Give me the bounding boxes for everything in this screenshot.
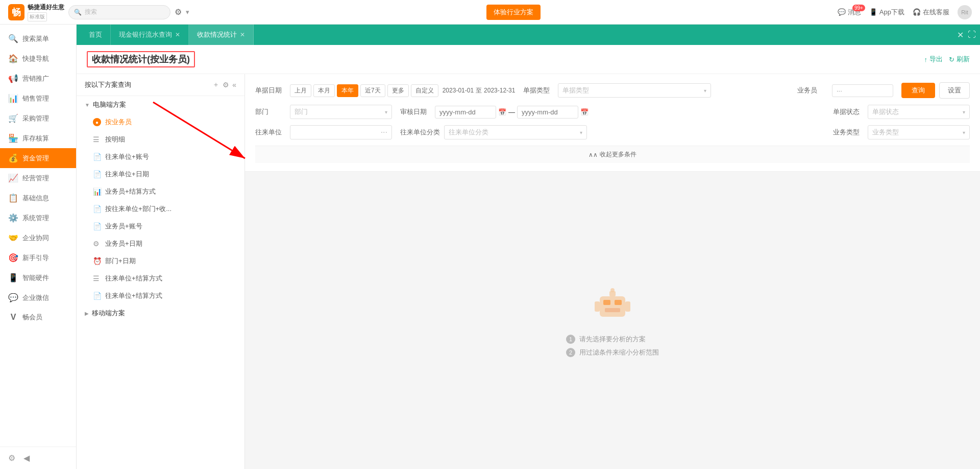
unit-settlement2-icon: 📄 xyxy=(93,292,101,300)
settings-button[interactable]: 设置 xyxy=(939,82,970,99)
trial-button[interactable]: 体验行业方案 xyxy=(486,5,541,20)
sidebar-item-member[interactable]: V 畅会员 xyxy=(0,308,76,327)
category-label: 往来单位分类 xyxy=(400,128,440,137)
collapse-bar[interactable]: ∧∧ 收起更多条件 xyxy=(255,146,970,163)
scheme-item-unit-account[interactable]: 📄 往来单位+账号 xyxy=(77,148,244,166)
sidebar-label-enterprise: 企业协同 xyxy=(22,233,49,243)
sidebar-item-inventory[interactable]: 🏪 库存核算 xyxy=(0,128,76,148)
sidebar-item-enterprise[interactable]: 🤝 企业协同 xyxy=(0,228,76,248)
dept-select[interactable]: 部门 ▾ xyxy=(290,105,392,119)
sidebar-menu: 🔍 搜索菜单 🏠 快捷导航 📢 营销推广 📊 销售管理 🛒 采购管理 🏪 xyxy=(0,25,76,447)
sidebar-label-purchase: 采购管理 xyxy=(22,114,49,123)
tab-bar-right: ✕ ⛶ xyxy=(957,30,976,40)
business-type-placeholder: 业务类型 xyxy=(872,128,899,137)
date-btn-this-month[interactable]: 本月 xyxy=(313,84,335,97)
scheme-group-mobile: ▶ 移动端方案 xyxy=(77,304,244,322)
date-btn-last-month[interactable]: 上月 xyxy=(290,84,311,97)
scheme-item-dept-date[interactable]: ⏰ 部门+日期 xyxy=(77,252,244,270)
counterparty-dots[interactable]: ··· xyxy=(381,128,387,137)
scheme-item-salesperson-settlement[interactable]: 📊 业务员+结算方式 xyxy=(77,183,244,200)
sidebar-label-member: 畅会员 xyxy=(22,313,42,322)
sidebar-item-marketing[interactable]: 📢 营销推广 xyxy=(0,68,76,88)
salesperson-input[interactable]: ··· xyxy=(832,84,893,97)
doc-status-select[interactable]: 单据状态 ▾ xyxy=(868,105,970,119)
salesperson-input-area: ··· xyxy=(832,84,893,97)
calendar-from-icon[interactable]: 📅 xyxy=(498,108,506,116)
refresh-button[interactable]: ↻ 刷新 xyxy=(949,55,970,64)
online-service-btn[interactable]: 🎧 在线客服 xyxy=(913,8,949,17)
tab-bank-flow-close[interactable]: ✕ xyxy=(175,31,180,38)
scheme-item-unit-settlement1[interactable]: ☰ 往来单位+结算方式 xyxy=(77,270,244,287)
doc-type-select[interactable]: 单据类型 ▾ xyxy=(558,83,711,98)
salesperson-label: 业务员 xyxy=(797,86,828,95)
collapse-bottom-icon[interactable]: ◀ xyxy=(23,453,30,463)
scheme-header-actions: ＋ ⚙ « xyxy=(212,80,236,89)
scheme-item-by-detail[interactable]: ☰ 按明细 xyxy=(77,131,244,148)
body-area: 按以下方案查询 ＋ ⚙ « ▼ 电脑端方案 xyxy=(77,74,980,469)
sidebar-item-operations[interactable]: 📈 经营管理 xyxy=(0,168,76,188)
tab-maximize-icon[interactable]: ⛶ xyxy=(968,30,976,39)
filter-row-1: 单据日期 上月 本月 本年 近7天 更多 自定义 xyxy=(255,82,970,99)
scheme-group-mobile-header[interactable]: ▶ 移动端方案 xyxy=(77,304,244,322)
sidebar-item-quick-nav[interactable]: 🏠 快捷导航 xyxy=(0,49,76,68)
scheme-group-pc: ▼ 电脑端方案 ● 按业务员 ☰ 按明细 📄 xyxy=(77,96,244,304)
tab-receipt-stats-close[interactable]: ✕ xyxy=(240,31,245,38)
header-dropdown-icon[interactable]: ▾ xyxy=(186,8,189,16)
date-btn-more[interactable]: 更多 xyxy=(387,84,409,97)
tab-receipt-stats[interactable]: 收款情况统计 ✕ xyxy=(189,25,254,45)
category-select[interactable]: 往来单位分类 ▾ xyxy=(444,125,587,139)
sidebar-item-smart-hw[interactable]: 📱 智能硬件 xyxy=(0,268,76,288)
user-avatar[interactable]: Rit xyxy=(958,5,972,19)
settings-bottom-icon[interactable]: ⚙ xyxy=(8,453,15,463)
scheme-item-unit-date[interactable]: 📄 往来单位+日期 xyxy=(77,166,244,183)
tab-home[interactable]: 首页 xyxy=(81,25,111,45)
export-button[interactable]: ↑ 导出 xyxy=(924,55,943,64)
messages-btn[interactable]: 💬 消息 99+ xyxy=(838,8,861,17)
sidebar-item-purchase[interactable]: 🛒 采购管理 xyxy=(0,108,76,128)
date-btn-7days[interactable]: 近7天 xyxy=(360,84,385,97)
doc-status-arrow: ▾ xyxy=(963,109,965,115)
business-type-select[interactable]: 业务类型 ▾ xyxy=(868,125,970,139)
sidebar-label-smart-hw: 智能硬件 xyxy=(22,273,49,283)
sidebar-item-basic-info[interactable]: 📋 基础信息 xyxy=(0,188,76,208)
tab-bank-flow[interactable]: 现金银行流水查询 ✕ xyxy=(111,25,189,45)
scheme-item-salesperson-date[interactable]: ⚙ 业务员+日期 xyxy=(77,235,244,252)
collapse-label: 收起更多条件 xyxy=(600,150,636,159)
date-btn-this-year[interactable]: 本年 xyxy=(337,84,358,97)
scheme-item-unit-settlement2[interactable]: 📄 往来单位+结算方式 xyxy=(77,287,244,304)
scheme-item-by-salesperson[interactable]: ● 按业务员 xyxy=(77,113,244,131)
review-date-from-input[interactable] xyxy=(435,106,496,119)
app-label: App下载 xyxy=(879,8,904,17)
header-left: 畅 畅捷通好生意 标准版 🔍 搜索 ⚙ ▾ xyxy=(8,3,189,21)
sidebar-item-search-menu[interactable]: 🔍 搜索菜单 xyxy=(0,29,76,49)
pc-group-label: 电脑端方案 xyxy=(93,100,126,109)
calendar-to-icon[interactable]: 📅 xyxy=(580,108,589,116)
step-2-number: 2 xyxy=(566,348,575,357)
scheme-group-pc-header[interactable]: ▼ 电脑端方案 xyxy=(77,96,244,113)
scheme-item-unit-dept-receipt[interactable]: 📄 按往来单位+部门+收... xyxy=(77,200,244,218)
step-1-text: 请先选择要分析的方案 xyxy=(579,335,646,344)
sidebar-label-sales: 销售管理 xyxy=(22,94,49,103)
sidebar-item-sales[interactable]: 📊 销售管理 xyxy=(0,88,76,108)
doc-type-label: 单据类型 xyxy=(523,86,554,95)
sidebar-item-guide[interactable]: 🎯 新手引导 xyxy=(0,248,76,268)
dept-label: 部门 xyxy=(255,107,286,116)
sidebar-item-system[interactable]: ⚙️ 系统管理 xyxy=(0,208,76,228)
logo-text: 畅捷通好生意 xyxy=(28,3,64,12)
filter-form: 单据日期 上月 本月 本年 近7天 更多 自定义 xyxy=(245,74,980,172)
scheme-collapse-btn[interactable]: « xyxy=(232,81,236,89)
scheme-settings-btn[interactable]: ⚙ xyxy=(223,81,229,89)
sidebar-item-wechat[interactable]: 💬 企业微信 xyxy=(0,288,76,308)
counterparty-input-area[interactable]: ··· xyxy=(290,125,392,139)
scheme-add-btn[interactable]: ＋ xyxy=(212,80,219,89)
app-download-btn[interactable]: 📱 App下载 xyxy=(869,8,904,17)
tab-close-all-icon[interactable]: ✕ xyxy=(957,30,964,40)
search-icon: 🔍 xyxy=(74,9,82,16)
header-search[interactable]: 🔍 搜索 xyxy=(68,5,170,19)
date-btn-custom[interactable]: 自定义 xyxy=(411,84,438,97)
header-settings-icon[interactable]: ⚙ xyxy=(175,7,182,17)
review-date-to-input[interactable] xyxy=(517,106,578,119)
query-button[interactable]: 查询 xyxy=(901,83,935,98)
sidebar-item-finance[interactable]: 💰 资金管理 xyxy=(0,148,76,168)
scheme-item-salesperson-account[interactable]: 📄 业务员+账号 xyxy=(77,218,244,235)
